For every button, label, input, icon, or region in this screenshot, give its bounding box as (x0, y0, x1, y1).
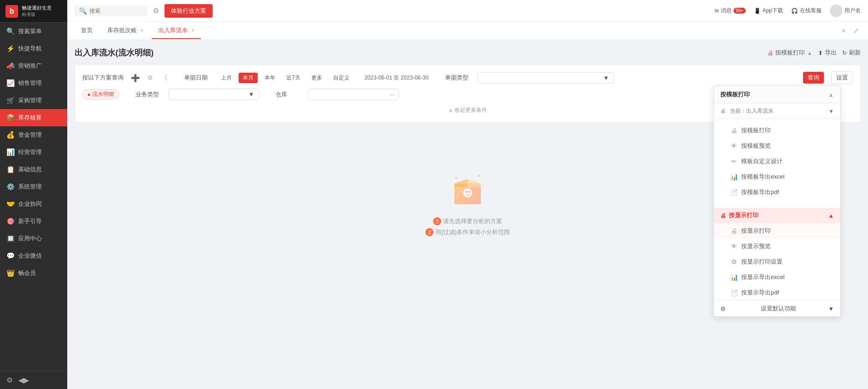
warehouse-more-icon: ··· (389, 91, 394, 98)
collapse-sidebar-icon[interactable]: ◀▶ (18, 376, 29, 384)
dropdown-footer-set-default[interactable]: ⚙ 设置默认功能 ▼ (714, 300, 840, 316)
settings-button[interactable]: 设置 (831, 71, 853, 84)
display-print-subsection-header[interactable]: 🖨 按显示打印 ▲ (714, 208, 840, 223)
collapse-label: 收起更多条件 (454, 106, 487, 114)
user-profile-button[interactable]: 用户名 (830, 5, 861, 17)
sidebar-item-label-inventory: 库存核算 (18, 114, 42, 122)
date-filter-label: 单据日期 (184, 74, 210, 82)
sidebar-item-label-system: 系统管理 (18, 183, 42, 191)
doc-type-select[interactable]: ▼ (478, 72, 614, 84)
topbar-search-input[interactable] (90, 8, 135, 14)
query-button[interactable]: 查询 (803, 72, 824, 84)
topbar-search-box[interactable]: 🔍 (75, 5, 147, 16)
tab-home[interactable]: 首页 (75, 23, 99, 39)
topbar-gear-icon[interactable]: ⚙ (153, 6, 159, 15)
date-btn-more[interactable]: 更多 (307, 73, 326, 83)
filter-add-icon[interactable]: ➕ (131, 74, 140, 82)
sidebar-item-label-search: 搜索菜单 (18, 27, 42, 35)
settings-bottom-icon[interactable]: ⚙ (6, 376, 13, 384)
sidebar-item-purchase[interactable]: 🛒 采购管理 (0, 92, 67, 109)
customer-service-button[interactable]: 🎧 在线客服 (791, 7, 822, 15)
date-btn-last-month[interactable]: 上月 (217, 73, 236, 83)
sidebar-item-quicknav[interactable]: ⚡ 快捷导航 (0, 40, 67, 57)
dropdown-item-display-print-settings[interactable]: ⚙ 按显示打印设置 (714, 254, 840, 269)
dropdown-item-display-preview[interactable]: 👁 按显示预览 (714, 239, 840, 254)
biz-type-label: 业务类型 (135, 90, 161, 99)
app-download-button[interactable]: 📱 App下载 (754, 7, 783, 15)
dropdown-item-print-template[interactable]: 🖨 按模板打印 (714, 123, 840, 138)
dropdown-header-label: 按模板打印 (720, 90, 750, 99)
main-content: 🔍 ⚙ 体验行业方案 ✉ 消息 99+ 📱 App下载 🎧 在线客服 用户名 (67, 0, 868, 389)
set-default-label: 设置默认功能 (761, 304, 796, 313)
print-template-button[interactable]: 🖨 按模板打印 ▲ (768, 49, 813, 57)
industry-solution-button[interactable]: 体验行业方案 (165, 4, 213, 18)
date-btn-7days[interactable]: 近7天 (282, 73, 304, 83)
biz-type-select[interactable]: ▼ (168, 89, 259, 100)
svg-point-6 (455, 177, 458, 179)
sidebar-item-inventory[interactable]: 📦 库存核算 (0, 109, 67, 126)
dropdown-item-preview-template[interactable]: 👁 按模板预览 (714, 138, 840, 154)
dropdown-item-export-excel-template[interactable]: 📊 按模板导出excel (714, 169, 840, 185)
display-print-items: 🖨 按显示打印 👁 按显示预览 ⚙ 按显示打印设置 📊 按显示导出excel 📄 (714, 223, 840, 300)
filter-settings-icon[interactable]: ⚙ (147, 74, 153, 81)
export-pdf-template-item-icon: 📄 (730, 189, 738, 196)
dropdown-item-custom-design[interactable]: ✏ 模板自定义设计 (714, 154, 840, 169)
dropdown-item-display-export-excel[interactable]: 📊 按显示导出excel (714, 269, 840, 285)
dropdown-item-label-display-print-settings: 按显示打印设置 (741, 258, 783, 266)
date-btn-this-month[interactable]: 本月 (239, 73, 258, 83)
sidebar-item-wechat[interactable]: 💬 企业微信 (0, 247, 67, 264)
sidebar-item-guide[interactable]: 🎯 新手引导 (0, 213, 67, 230)
date-btn-this-year[interactable]: 本年 (260, 73, 279, 83)
dropdown-item-display-print[interactable]: 🖨 按显示打印 (714, 223, 840, 239)
sidebar-item-operation[interactable]: 📊 经营管理 (0, 144, 67, 161)
topbar: 🔍 ⚙ 体验行业方案 ✉ 消息 99+ 📱 App下载 🎧 在线客服 用户名 (67, 0, 868, 22)
step-num-2: 2 (425, 228, 434, 236)
settings-label: 设置 (836, 74, 848, 82)
printer-icon: 🖨 (768, 50, 773, 56)
sidebar-item-label-marketing: 营销推广 (18, 62, 42, 70)
sidebar-item-coop[interactable]: 🤝 企业协同 (0, 195, 67, 213)
dropdown-item-label-display-export-excel: 按显示导出excel (741, 273, 784, 281)
dropdown-item-label-preview-template: 按模板预览 (741, 142, 771, 150)
tab-inout-flow-close[interactable]: × (191, 27, 195, 34)
dropdown-item-export-pdf-template[interactable]: 📄 按模板导出pdf (714, 185, 840, 200)
filter-collapse-icon[interactable]: 《 (160, 73, 168, 83)
dropdown-item-label-print-template: 按模板打印 (741, 126, 771, 135)
warehouse-select[interactable]: ··· (308, 89, 399, 100)
window-close-button[interactable]: × (840, 26, 848, 36)
topbar-search-icon: 🔍 (79, 7, 87, 15)
sidebar-item-sales[interactable]: 📈 销售管理 (0, 75, 67, 92)
inventory-icon: 📦 (6, 114, 15, 122)
page-actions: 🖨 按模板打印 ▲ ⬆ 导出 ↻ 刷新 (768, 49, 861, 57)
user-name-label: 用户名 (844, 7, 861, 15)
date-btn-custom[interactable]: 自定义 (329, 73, 354, 83)
tab-inout-flow[interactable]: 出入库流水 × (152, 23, 201, 39)
sidebar-item-appcenter[interactable]: 🔲 应用中心 (0, 230, 67, 247)
svg-point-8 (482, 185, 484, 186)
message-button[interactable]: ✉ 消息 99+ (714, 7, 746, 15)
customer-service-label: 在线客服 (800, 7, 822, 15)
export-button[interactable]: ⬆ 导出 (818, 49, 837, 57)
coop-icon: 🤝 (6, 200, 15, 208)
sidebar-item-vip[interactable]: 👑 畅会员 (0, 264, 67, 282)
sidebar-item-marketing[interactable]: 📣 营销推广 (0, 57, 67, 75)
sidebar-item-system[interactable]: ⚙️ 系统管理 (0, 178, 67, 195)
sidebar-item-finance[interactable]: 💰 资金管理 (0, 126, 67, 144)
active-filter-tag[interactable]: ● 流水明细 (82, 89, 119, 100)
dropdown-divider (714, 205, 840, 206)
message-badge: 99+ (733, 8, 746, 14)
refresh-button[interactable]: ↻ 刷新 (842, 49, 861, 57)
doc-type-chevron-down-icon: ▼ (603, 75, 609, 81)
tab-inventory-batch-label: 库存批次账 (107, 26, 137, 35)
sidebar-item-label-operation: 经营管理 (18, 148, 42, 156)
tab-inventory-batch[interactable]: 库存批次账 × (101, 23, 150, 39)
page-content-area: 出入库流水(流水明细) 🖨 按模板打印 ▲ ⬆ 导出 ↻ 刷新 (67, 40, 868, 389)
window-expand-button[interactable]: ⤢ (851, 25, 861, 36)
page-header: 出入库流水(流水明细) 🖨 按模板打印 ▲ ⬆ 导出 ↻ 刷新 (75, 47, 861, 58)
marketing-icon: 📣 (6, 62, 15, 70)
sidebar-item-search[interactable]: 🔍 搜索菜单 (0, 23, 67, 40)
dropdown-item-display-export-pdf[interactable]: 📄 按显示导出pdf (714, 285, 840, 300)
tab-inventory-batch-close[interactable]: × (140, 27, 144, 34)
date-range-display: 2023-06-01 至 2023-06-30 (364, 74, 429, 82)
sidebar-item-basic[interactable]: 📋 基础信息 (0, 161, 67, 178)
